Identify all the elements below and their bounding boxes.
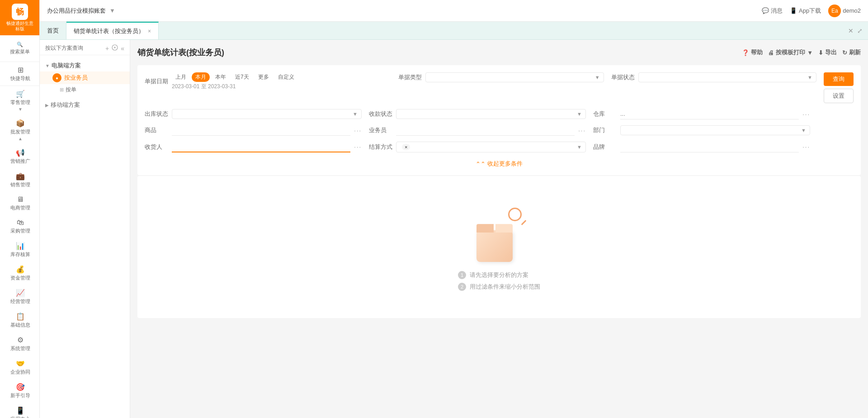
pc-scheme-label: 电脑端方案 (52, 62, 81, 70)
settlement-select[interactable]: × ▼ (396, 142, 586, 152)
template-print-button[interactable]: 🖨 按模板打印 ▼ (768, 48, 813, 57)
inventory-label: 库存核算 (10, 251, 30, 258)
sidebar-item-enterprise[interactable]: 🤝 企业协同 (0, 356, 39, 379)
date-tag-thisyear[interactable]: 本年 (212, 72, 230, 82)
sidebar: 畅 畅捷通好生意 标版 🔍 搜索菜单 ⊞ 快捷导航 🛒 零售管理 ▼ 📦 批发管… (0, 0, 40, 418)
doctype-label: 单据类型 (398, 73, 422, 81)
tab-expand-button[interactable]: ⤢ (857, 27, 863, 34)
sidebar-item-sales[interactable]: 💼 销售管理 (0, 168, 39, 192)
add-scheme-button[interactable]: + (105, 45, 109, 52)
topbar-dropdown-icon[interactable]: ▼ (109, 7, 115, 14)
topbar-left: 办公用品行业模拟账套 ▼ (47, 7, 115, 15)
tab-close-window-button[interactable]: ✕ (848, 27, 854, 34)
empty-tip-1: 1 请先选择要分析的方案 (458, 271, 540, 279)
sidebar-item-newbie[interactable]: 🎯 新手引导 (0, 379, 39, 403)
scheme-salesperson-label: 按业务员 (64, 74, 88, 82)
collapse-panel-button[interactable]: « (121, 45, 124, 52)
message-label: 消息 (771, 7, 783, 15)
scheme-sub-item-order[interactable]: ⊞ 按单 (40, 84, 130, 95)
empty-tips: 1 请先选择要分析的方案 2 用过滤条件来缩小分析范围 (458, 271, 540, 291)
finance-label: 资金管理 (10, 275, 30, 281)
magnifier (508, 208, 526, 226)
date-tag-7days[interactable]: 近7天 (231, 72, 253, 82)
warehouse-input[interactable] (620, 109, 799, 119)
brand-dots[interactable]: ··· (802, 143, 810, 150)
edit-scheme-button[interactable] (112, 44, 118, 52)
newbie-label: 新手引导 (10, 392, 30, 399)
user-menu-button[interactable]: Ea demo2 (828, 5, 861, 17)
sidebar-item-system[interactable]: ⚙ 系统管理 (0, 332, 39, 356)
system-label: 系统管理 (10, 345, 30, 352)
stockstatus-arrow: ▼ (353, 111, 358, 117)
product-dots[interactable]: ··· (354, 127, 362, 134)
help-button[interactable]: ❓ 帮助 (742, 48, 763, 57)
filter-department-field: 部门 ▼ (593, 125, 810, 135)
settlement-clear-tag[interactable]: × (402, 144, 410, 150)
sidebar-item-appcenter[interactable]: 📱 应用中心 (0, 403, 39, 418)
sidebar-search-section: 🔍 搜索菜单 (0, 35, 39, 62)
sidebar-item-retail[interactable]: 🛒 零售管理 ▼ (0, 86, 39, 115)
tab-sales-stat[interactable]: 销货单统计表（按业务员） × (66, 22, 159, 39)
salesperson-dots[interactable]: ··· (578, 127, 586, 134)
main-area: 办公用品行业模拟账套 ▼ 💬 消息 📱 App下载 Ea demo2 首页 (40, 0, 868, 418)
pc-scheme-group-header[interactable]: ▼ 电脑端方案 (40, 60, 130, 71)
receiptstatus-select[interactable]: ▼ (396, 109, 586, 119)
basicinfo-icon: 📋 (16, 312, 25, 321)
stockstatus-select[interactable]: ▼ (172, 109, 362, 119)
sidebar-item-purchase[interactable]: 🛍 采购管理 (0, 215, 39, 238)
salesperson-input[interactable] (396, 125, 575, 136)
empty-illustration (467, 203, 531, 262)
consignee-input[interactable] (172, 141, 350, 152)
date-tag-more[interactable]: 更多 (255, 72, 273, 82)
sales-icon: 💼 (16, 172, 25, 180)
warehouse-dots[interactable]: ··· (802, 111, 810, 118)
sidebar-item-basicinfo[interactable]: 📋 基础信息 (0, 309, 39, 332)
date-tag-thismonth[interactable]: 本月 (192, 72, 210, 82)
app-download-button[interactable]: 📱 App下载 (790, 7, 821, 15)
marketing-icon: 📢 (16, 148, 25, 157)
search-button[interactable]: 🔍 搜索菜单 (3, 39, 37, 58)
sidebar-item-operations[interactable]: 📈 经营管理 (0, 285, 39, 309)
doctype-select[interactable]: ▼ (425, 72, 604, 82)
sidebar-item-marketing[interactable]: 📢 营销推广 (0, 145, 39, 168)
logo-icon: 畅 (12, 4, 28, 20)
logo-sub: 标版 (15, 26, 24, 32)
docstatus-select[interactable]: ▼ (638, 72, 816, 82)
product-input[interactable] (172, 125, 350, 136)
tab-home[interactable]: 首页 (40, 22, 66, 39)
scheme-item-salesperson[interactable]: ● 按业务员 (40, 71, 130, 84)
magnifier-handle (521, 220, 526, 225)
date-tag-lastmonth[interactable]: 上月 (172, 72, 190, 82)
sidebar-item-finance[interactable]: 💰 资金管理 (0, 261, 39, 285)
enterprise-icon: 🤝 (16, 359, 25, 368)
mobile-section-header[interactable]: ▶ 移动端方案 (45, 99, 124, 111)
filter-docstatus-field: 单据状态 ▼ (611, 72, 816, 82)
right-panel: 销货单统计表(按业务员) ❓ 帮助 🖨 按模板打印 ▼ ⬇ 导出 (130, 40, 868, 418)
sidebar-item-inventory[interactable]: 📊 库存核算 (0, 238, 39, 261)
filter-consignee-field: 收货人 ··· (145, 141, 362, 152)
message-button[interactable]: 💬 消息 (762, 7, 783, 15)
collapse-button[interactable]: ⌃⌃ 收起更多条件 (145, 156, 854, 168)
user-avatar: Ea (828, 5, 841, 17)
sidebar-item-wholesale[interactable]: 📦 批发管理 ▲ (0, 115, 39, 145)
department-select[interactable]: ▼ (620, 125, 810, 135)
settings-button[interactable]: 设置 (824, 89, 854, 103)
tab-close-icon[interactable]: × (148, 28, 151, 34)
empty-state: 1 请先选择要分析的方案 2 用过滤条件来缩小分析范围 (137, 176, 861, 318)
brand-input[interactable] (620, 142, 799, 152)
sidebar-item-ecommerce[interactable]: 🖥 电商管理 (0, 192, 39, 215)
export-button[interactable]: ⬇ 导出 (818, 48, 837, 57)
user-label: demo2 (843, 7, 861, 14)
date-tag-custom[interactable]: 自定义 (274, 72, 298, 82)
pc-scheme-group: ▼ 电脑端方案 ● 按业务员 ⊞ 按单 (40, 60, 130, 95)
magnifier-glass (508, 208, 522, 221)
refresh-button[interactable]: ↻ 刷新 (842, 48, 861, 57)
wholesale-icon: 📦 (16, 119, 25, 128)
ecommerce-icon: 🖥 (17, 195, 24, 204)
consignee-dots[interactable]: ··· (354, 143, 362, 150)
left-panel: 按以下方案查询 + « ▼ (40, 40, 130, 418)
sidebar-item-quick-nav[interactable]: ⊞ 快捷导航 (0, 62, 39, 86)
query-button[interactable]: 查询 (824, 72, 854, 86)
export-icon: ⬇ (818, 49, 823, 56)
retail-icon: 🛒 (16, 90, 25, 98)
